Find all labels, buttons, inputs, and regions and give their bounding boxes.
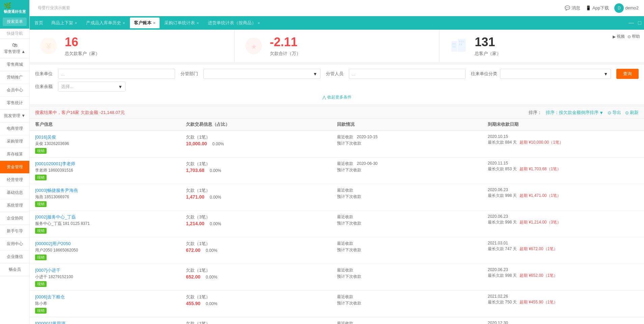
customer-name-link[interactable]: [0016]吴俊 [35, 135, 56, 140]
sidebar-item-batch-mgmt[interactable]: 批发管理 ▼ [0, 110, 29, 122]
maximize-button[interactable]: □ [637, 20, 643, 26]
sidebar-item-retail-mall[interactable]: 零售商城 [0, 58, 29, 71]
svg-text:★: ★ [251, 43, 256, 50]
sidebar-item-marketing[interactable]: 营销推广 [0, 71, 29, 84]
search-button[interactable]: 查询 [616, 69, 639, 79]
tab-close-customer-account[interactable]: ✕ [153, 21, 156, 25]
customer-name-link[interactable]: [0006]去下粮仓 [35, 294, 65, 299]
customer-tag: 现销 [35, 228, 47, 234]
sidebar-item-app-center[interactable]: 应用中心 [0, 238, 29, 251]
export-icon: ⊙ [608, 110, 611, 115]
stat-overdue-amount-text: -2.11 欠款合计（万） [270, 35, 431, 57]
help-icon: ⊙ [627, 34, 631, 39]
customer-info-cell: [000002]用户2050 用户2050 18665062050 现销 [35, 241, 186, 260]
debt-info-cell: 欠款（1笔） 1,703.68 0.00% [186, 161, 337, 173]
unit-class-select[interactable]: ▼ [500, 69, 611, 79]
debt-count: 欠款（1笔） [186, 241, 337, 247]
svg-rect-9 [454, 46, 456, 48]
tab-product-history[interactable]: 产成品入库单历史 ✕ [82, 18, 129, 28]
recovery-next: 预计下次收款 [337, 167, 488, 173]
sidebar-item-inventory[interactable]: 库存核算 [0, 148, 29, 161]
overdue-link[interactable]: 超期 ¥1,214.00（3笔） [520, 220, 561, 225]
tab-close-purchase-order[interactable]: ✕ [196, 21, 199, 25]
overdue-link[interactable]: 超期 ¥652.00（1笔） [520, 273, 558, 278]
overdue-date: 2020.10.15 [488, 134, 639, 139]
page-content: ¥ 16 总欠款客户（家） ★ [30, 30, 644, 324]
overdue-link[interactable]: 超期 ¥1,471.00（1笔） [520, 193, 561, 198]
video-icon: ▶ [613, 34, 616, 39]
tab-customer-account[interactable]: 客户账本 ✕ [130, 18, 160, 28]
customer-name-link[interactable]: [0001020001]李老师 [35, 161, 75, 166]
avatar: D [614, 3, 624, 13]
sidebar-item-members[interactable]: 会员中心 [0, 84, 29, 97]
sidebar-item-enterprise-wx[interactable]: 企业微信 [0, 251, 29, 263]
sidebar-item-system[interactable]: 系统管理 [0, 199, 29, 212]
tab-purchase-stats[interactable]: 进货单统计表（按商品） ✕ [204, 18, 264, 28]
balance-select[interactable]: 选择... ▼ [58, 82, 125, 92]
tab-product-offline[interactable]: 商品上下架 ✕ [47, 18, 81, 28]
sidebar-item-new-guide[interactable]: 新手引导 [0, 225, 29, 238]
debt-amount: 1,703.68 [186, 168, 204, 173]
customer-name-link[interactable]: [0007]小进干 [35, 268, 60, 273]
debt-count: 欠款（1笔） [186, 187, 337, 194]
sidebar: 🌿 畅捷通好生意 搜索菜单 快捷导航 🛍 零售管理 ▲ 零售商城 营销推广 会员… [0, 0, 30, 324]
overdue-date-cell: 2020.06.23 最长欠款 998 天 超期 ¥1,214.00（3笔） [488, 214, 639, 225]
filter-dept: 分管部门 ▼ [180, 69, 320, 79]
message-btn[interactable]: 💬 消息 [565, 5, 580, 11]
message-icon: 💬 [565, 5, 570, 10]
search-menu-button[interactable]: 搜索菜单 [3, 18, 27, 26]
sidebar-item-member-plus[interactable]: 畅会员 [0, 263, 29, 276]
tab-purchase-order[interactable]: 采购订单统计表 ✕ [160, 18, 203, 28]
tab-home[interactable]: 首页 [31, 18, 47, 28]
stat-overdue-text: 16 总欠款客户（家） [65, 35, 226, 57]
overdue-date-cell: 2020.06.23 最长欠款 998 天 超期 ¥1,471.00（1笔） [488, 187, 639, 199]
sidebar-item-retail-stats[interactable]: 零售统计 [0, 97, 29, 110]
tab-close-product-history[interactable]: ✕ [122, 21, 125, 25]
customer-info-cell: [0003]畅捷服务尹海燕 海燕 18513066976 现销 [35, 187, 186, 207]
filter-area: 往来单位 ... 分管部门 ▼ 分管人员 ... [30, 65, 644, 104]
sort-button[interactable]: 排序：按欠款金额倒序排序 ▼ [546, 110, 604, 116]
app-download-btn[interactable]: 📱 App下载 [586, 5, 609, 11]
debt-percent: 0.00% [210, 195, 221, 200]
stats-container: ¥ 16 总欠款客户（家） ★ [30, 30, 644, 62]
topbar: 母婴行业演示账套 💬 消息 📱 App下载 D demo2 [30, 0, 644, 16]
sidebar-item-finance[interactable]: 资金管理 [0, 161, 29, 174]
customer-name-link[interactable]: [000001]黄思源 [35, 321, 65, 324]
customer-name-link[interactable]: [0002]服务中心_丁磊 [35, 214, 76, 219]
recovery-next: 预计下次收款 [337, 247, 488, 253]
sidebar-item-purchase[interactable]: 采购管理 [0, 135, 29, 148]
refresh-button[interactable]: ⊙ 刷新 [625, 110, 639, 116]
export-button[interactable]: ⊙ 导出 [608, 110, 621, 116]
person-input[interactable]: ... [349, 69, 466, 79]
stat-overdue-amount: ★ -2.11 欠款合计（万） [235, 30, 440, 62]
tab-close-product-offline[interactable]: ✕ [75, 21, 77, 25]
collapse-filters-btn[interactable]: ⋀ 收起更多条件 [35, 94, 639, 100]
debt-info-cell: 欠款（1笔） 672.00 0.00% [186, 241, 337, 253]
sidebar-item-operations[interactable]: 经营管理 [0, 174, 29, 186]
stat-total-customers: 131 总客户（家） ▶ 视频 ⊙ 帮助 [440, 30, 644, 62]
dept-select[interactable]: ▼ [203, 69, 320, 79]
customer-name-link[interactable]: [000002]用户2050 [35, 241, 71, 246]
sidebar-item-enterprise-collab[interactable]: 企业协同 [0, 212, 29, 225]
sidebar-item-retail-mgmt[interactable]: 🛍 零售管理 ▲ [0, 39, 29, 58]
customer-name-link[interactable]: [0003]畅捷服务尹海燕 [35, 188, 78, 193]
minimize-button[interactable]: — [627, 20, 635, 26]
overdue-link[interactable]: 超期 ¥672.00（1笔） [520, 246, 558, 251]
customer-tag: 现销 [35, 255, 47, 260]
sidebar-item-ecommerce[interactable]: 电商管理 [0, 122, 29, 135]
debt-info-cell: 欠款（3笔） 1,214.00 0.00% [186, 214, 337, 226]
tab-close-purchase-stats[interactable]: ✕ [257, 21, 260, 25]
result-actions: 排序： 排序：按欠款金额倒序排序 ▼ ⊙ 导出 ⊙ 刷新 [529, 110, 639, 116]
overdue-date: 2020.06.23 [488, 214, 639, 219]
result-summary: 搜索结果中，客户16家 欠款金额 -21,148.07元 [35, 110, 125, 116]
recovery-next: 预计下次收款 [337, 141, 488, 146]
col-debt-info: 欠款交易信息（占比） [186, 121, 337, 127]
overdue-link[interactable]: 超期 ¥455.90（1笔） [520, 300, 558, 304]
help-btn[interactable]: ⊙ 帮助 [627, 34, 640, 39]
view-video-btn[interactable]: ▶ 视频 [613, 34, 625, 39]
from-unit-input[interactable]: ... [58, 69, 175, 79]
overdue-link[interactable]: 超期 ¥10,000.00（1笔） [520, 140, 563, 145]
user-avatar-btn[interactable]: D demo2 [614, 3, 639, 13]
overdue-link[interactable]: 超期 ¥1,703.68（1笔） [520, 167, 561, 171]
sidebar-item-basic-info[interactable]: 基础信息 [0, 186, 29, 199]
